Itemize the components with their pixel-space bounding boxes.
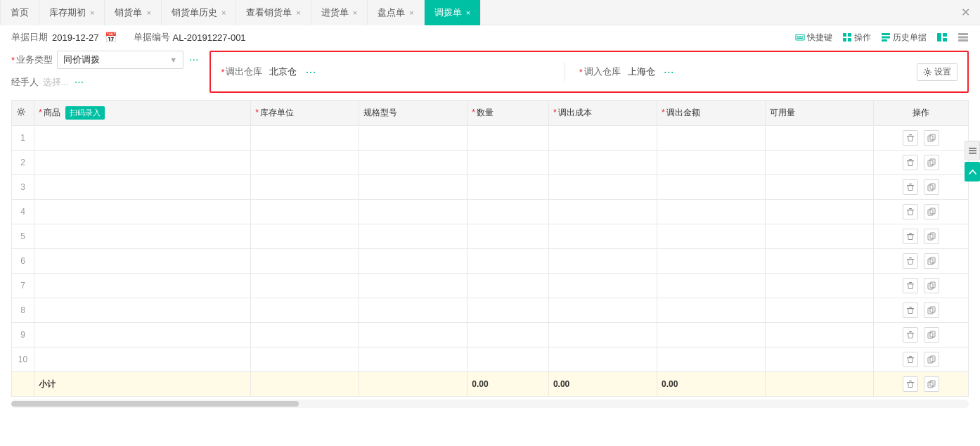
delete-btn-5[interactable] (903, 229, 918, 244)
in-warehouse-more[interactable]: ··· (664, 65, 674, 79)
cell-unit-8[interactable] (251, 298, 359, 323)
tab-inventory-init-close[interactable]: × (90, 8, 94, 17)
delete-btn-2[interactable] (903, 155, 918, 170)
cell-unit-2[interactable] (251, 151, 359, 175)
cell-cost-4[interactable] (548, 200, 657, 224)
tab-inventory-init[interactable]: 库存期初 × (39, 0, 105, 25)
subtotal-copy-btn[interactable] (924, 376, 939, 392)
cell-goods-7[interactable] (34, 274, 251, 298)
tab-home[interactable]: 首页 (0, 0, 39, 25)
horizontal-scrollbar[interactable] (11, 400, 969, 408)
date-field[interactable]: 2019-12-27 📅 (52, 32, 117, 43)
delete-btn-4[interactable] (903, 204, 918, 219)
cell-spec-10[interactable] (359, 348, 468, 372)
shortcut-btn[interactable]: 快捷键 (795, 32, 832, 44)
side-expand-btn[interactable] (965, 162, 980, 181)
cell-qty-1[interactable] (468, 126, 549, 151)
copy-btn-5[interactable] (924, 229, 939, 244)
copy-btn-3[interactable] (924, 179, 939, 195)
tab-sales-history[interactable]: 销货单历史 × (162, 0, 236, 25)
cell-qty-4[interactable] (468, 200, 549, 224)
cell-qty-9[interactable] (468, 323, 549, 348)
cell-cost-3[interactable] (548, 175, 657, 200)
cell-amount-9[interactable] (657, 323, 765, 348)
copy-btn-9[interactable] (924, 327, 939, 343)
tab-bar-close-button[interactable]: ✕ (951, 0, 980, 25)
cell-avail-3[interactable] (766, 175, 874, 200)
cell-unit-4[interactable] (251, 200, 359, 224)
cell-spec-5[interactable] (359, 224, 468, 249)
cell-spec-8[interactable] (359, 298, 468, 323)
cell-spec-3[interactable] (359, 175, 468, 200)
out-warehouse-more[interactable]: ··· (305, 65, 316, 79)
delete-btn-7[interactable] (903, 278, 918, 293)
delete-btn-10[interactable] (903, 352, 918, 367)
cell-goods-2[interactable] (34, 151, 251, 175)
cell-amount-2[interactable] (657, 151, 765, 175)
tab-inventory-check-close[interactable]: × (409, 8, 413, 17)
cell-avail-2[interactable] (766, 151, 874, 175)
cell-spec-2[interactable] (359, 151, 468, 175)
cell-qty-5[interactable] (468, 224, 549, 249)
cell-amount-10[interactable] (657, 348, 765, 372)
cell-unit-9[interactable] (251, 323, 359, 348)
cell-goods-8[interactable] (34, 298, 251, 323)
cell-qty-3[interactable] (468, 175, 549, 200)
cell-unit-7[interactable] (251, 274, 359, 298)
settings-button[interactable]: 设置 (917, 63, 958, 81)
tab-sales-order-close[interactable]: × (146, 8, 150, 17)
cell-goods-4[interactable] (34, 200, 251, 224)
tab-purchase-order[interactable]: 进货单 × (311, 0, 368, 25)
copy-btn-4[interactable] (924, 204, 939, 219)
tab-transfer-order-close[interactable]: × (466, 8, 470, 17)
person-more[interactable]: ··· (75, 76, 84, 89)
cell-avail-8[interactable] (766, 298, 874, 323)
cell-cost-7[interactable] (548, 274, 657, 298)
cell-avail-9[interactable] (766, 323, 874, 348)
cell-amount-4[interactable] (657, 200, 765, 224)
cell-goods-1[interactable] (34, 126, 251, 151)
cell-spec-1[interactable] (359, 126, 468, 151)
cell-goods-9[interactable] (34, 323, 251, 348)
cell-unit-1[interactable] (251, 126, 359, 151)
cell-qty-10[interactable] (468, 348, 549, 372)
side-list-btn[interactable] (965, 141, 980, 160)
cell-spec-6[interactable] (359, 249, 468, 274)
cell-amount-3[interactable] (657, 175, 765, 200)
cell-cost-2[interactable] (548, 151, 657, 175)
tab-view-sales-close[interactable]: × (296, 8, 300, 17)
copy-btn-2[interactable] (924, 155, 939, 170)
cell-qty-7[interactable] (468, 274, 549, 298)
subtotal-delete-btn[interactable] (903, 376, 918, 392)
layout-btn2[interactable] (958, 32, 969, 42)
delete-btn-9[interactable] (903, 327, 918, 343)
scrollbar-thumb[interactable] (11, 401, 299, 407)
copy-btn-6[interactable] (924, 253, 939, 269)
cell-amount-6[interactable] (657, 249, 765, 274)
copy-btn-10[interactable] (924, 352, 939, 367)
tab-purchase-order-close[interactable]: × (353, 8, 357, 17)
cell-avail-10[interactable] (766, 348, 874, 372)
cell-qty-6[interactable] (468, 249, 549, 274)
cell-avail-6[interactable] (766, 249, 874, 274)
scan-btn[interactable]: 扫码录入 (65, 106, 105, 120)
tab-transfer-order[interactable]: 调拨单 × (425, 0, 481, 25)
cell-avail-7[interactable] (766, 274, 874, 298)
cell-unit-6[interactable] (251, 249, 359, 274)
cell-cost-1[interactable] (548, 126, 657, 151)
cell-avail-4[interactable] (766, 200, 874, 224)
layout-btn1[interactable] (936, 32, 948, 42)
ops-btn[interactable]: 操作 (842, 32, 871, 44)
cell-avail-5[interactable] (766, 224, 874, 249)
cell-amount-1[interactable] (657, 126, 765, 151)
cell-qty-8[interactable] (468, 298, 549, 323)
calendar-icon[interactable]: 📅 (105, 32, 117, 43)
delete-btn-3[interactable] (903, 179, 918, 195)
delete-btn-8[interactable] (903, 302, 918, 318)
tab-view-sales[interactable]: 查看销货单 × (236, 0, 311, 25)
delete-btn-1[interactable] (903, 130, 918, 146)
tab-sales-order[interactable]: 销货单 × (105, 0, 161, 25)
col-settings-header[interactable] (12, 101, 34, 126)
cell-spec-9[interactable] (359, 323, 468, 348)
cell-goods-5[interactable] (34, 224, 251, 249)
